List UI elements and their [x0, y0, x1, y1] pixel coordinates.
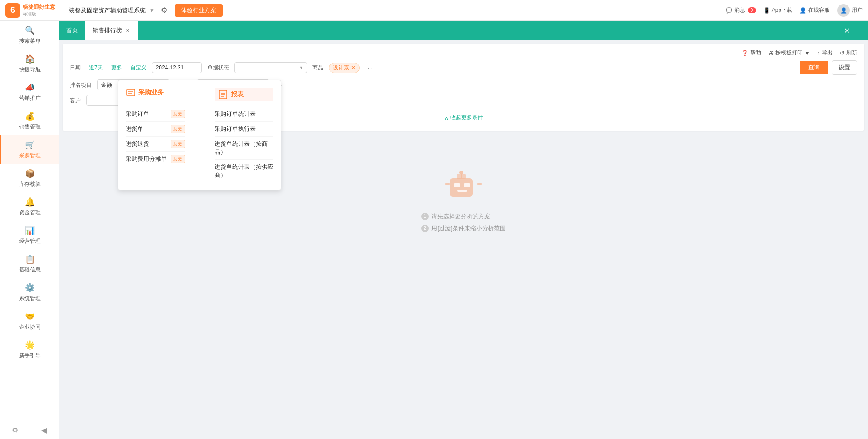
- filter-row-1: 日期 近7天 更多 自定义 单据状态: [70, 60, 857, 75]
- collapse-btn[interactable]: ∧ 收起更多条件: [444, 110, 483, 125]
- user-menu-btn[interactable]: 👤 用户: [837, 4, 863, 17]
- footer-settings-btn[interactable]: ⚙: [12, 426, 18, 434]
- svg-rect-3: [457, 190, 467, 192]
- operations-icon: 📊: [25, 226, 35, 236]
- purchase-report-title: 报表: [215, 88, 274, 101]
- svg-rect-1: [454, 183, 460, 187]
- sidebar-item-guide[interactable]: 🌟 新手引导: [0, 335, 59, 364]
- refresh-icon: ↺: [840, 50, 844, 56]
- avatar: 👤: [837, 4, 850, 17]
- date-quick-buttons: 近7天 更多 自定义: [86, 62, 149, 74]
- customer-label: 客户: [70, 97, 81, 104]
- enterprise-icon: 🤝: [25, 311, 35, 321]
- sidebar-item-finance[interactable]: 🔔 资金管理: [0, 192, 59, 221]
- tab-close-window-icon[interactable]: ✕: [844, 26, 850, 35]
- settings-icon[interactable]: ⚙: [161, 6, 167, 15]
- ranking-label: 排名项目: [70, 81, 92, 89]
- top-right-actions: 💬 消息 9 📱 App下载 👤 在线客服 👤 用户: [726, 4, 863, 17]
- refresh-btn[interactable]: ↺ 刷新: [840, 49, 857, 57]
- sidebar-item-inventory[interactable]: 📦 库存核算: [0, 164, 59, 192]
- svg-rect-5: [477, 183, 482, 185]
- svg-rect-2: [464, 183, 470, 187]
- date-end-input[interactable]: [152, 62, 202, 73]
- message-btn[interactable]: 💬 消息 9: [726, 6, 756, 14]
- print-icon: 🖨: [768, 50, 774, 56]
- export-icon: ↑: [817, 50, 820, 56]
- purchase-business-icon: [126, 88, 136, 98]
- svg-rect-0: [450, 178, 473, 197]
- product-more-dots[interactable]: ···: [365, 64, 373, 71]
- menu-item-incoming-stat-product[interactable]: 进货单统计表（按商品）: [215, 137, 274, 160]
- message-icon: 💬: [726, 7, 732, 14]
- menu-item-purchase-expense[interactable]: 采购费用分摊单 历史: [126, 152, 185, 166]
- industry-button[interactable]: 体验行业方案: [175, 4, 223, 17]
- sidebar-item-marketing[interactable]: 📣 营销推广: [0, 78, 59, 107]
- top-nav: 装餐及固定资产辅助管理系统 ▼ ⚙ 体验行业方案: [64, 4, 726, 17]
- message-badge: 9: [748, 7, 756, 13]
- empty-illustration: [441, 167, 486, 203]
- main-layout: 🔍 搜索菜单 🏠 快捷导航 📣 营销推广 💰 销售管理 🛒 采购管理 📦: [0, 21, 868, 439]
- search-icon: 🔍: [25, 25, 35, 35]
- tip-item-1: 1 请先选择要分析的方案: [421, 211, 505, 222]
- print-btn[interactable]: 🖨 按模板打印 ▼: [768, 49, 810, 57]
- headset-icon: 👤: [800, 7, 806, 14]
- inventory-icon: 📦: [25, 168, 35, 178]
- order-status-select-wrapper: [234, 62, 307, 73]
- tab-bar: 首页 销售排行榜 ✕ ✕ ⛶: [59, 21, 868, 40]
- svg-rect-4: [445, 183, 450, 185]
- filter-toolbar: ❓ 帮助 🖨 按模板打印 ▼ ↑ 导出: [70, 49, 857, 57]
- empty-tips: 1 请先选择要分析的方案 2 用[过滤]条件来缩小分析范围: [421, 211, 505, 234]
- date-more-btn[interactable]: 更多: [108, 62, 125, 74]
- tip-item-2: 2 用[过滤]条件来缩小分析范围: [421, 222, 505, 234]
- sidebar-item-purchase[interactable]: 🛒 采购管理: [0, 135, 59, 164]
- nav-dropdown-icon[interactable]: ▼: [149, 7, 155, 14]
- sidebar-item-search[interactable]: 🔍 搜索菜单: [0, 21, 59, 49]
- sidebar-item-operations[interactable]: 📊 经营管理: [0, 221, 59, 250]
- purchase-dropdown-menu: 采购业务 采购订单 历史 进货单 历史 进货退货 历史: [118, 80, 281, 190]
- date-7days-btn[interactable]: 近7天: [86, 62, 106, 74]
- menu-item-incoming-stat-supplier[interactable]: 进货单统计表（按供应商）: [215, 160, 274, 183]
- basic-info-icon: 📋: [25, 254, 35, 264]
- settings-button[interactable]: 设置: [832, 60, 857, 75]
- sidebar: 🔍 搜索菜单 🏠 快捷导航 📣 营销推广 💰 销售管理 🛒 采购管理 📦: [0, 21, 59, 439]
- menu-item-order-stat[interactable]: 采购订单统计表: [215, 107, 274, 122]
- footer-collapse-btn[interactable]: ◀: [41, 426, 47, 434]
- system-icon: ⚙️: [25, 283, 35, 293]
- online-service-btn[interactable]: 👤 在线客服: [800, 6, 830, 14]
- sidebar-item-enterprise[interactable]: 🤝 企业协同: [0, 307, 59, 335]
- menu-item-purchase-order[interactable]: 采购订单 历史: [126, 107, 185, 122]
- svg-rect-10: [219, 90, 227, 99]
- app-container: 6 畅捷通好生意 标准版 装餐及固定资产辅助管理系统 ▼ ⚙ 体验行业方案 💬 …: [0, 0, 868, 439]
- sidebar-item-system[interactable]: ⚙️ 系统管理: [0, 278, 59, 307]
- svg-point-8: [459, 171, 463, 174]
- tab-close-icon[interactable]: ✕: [125, 27, 131, 35]
- tab-right-buttons: ✕ ⛶: [844, 26, 868, 35]
- system-title: 装餐及固定资产辅助管理系统: [69, 6, 146, 15]
- date-label: 日期: [70, 64, 81, 72]
- sidebar-item-nav[interactable]: 🏠 快捷导航: [0, 49, 59, 78]
- logo-icon: 6: [5, 3, 20, 18]
- content-area: 首页 销售排行榜 ✕ ✕ ⛶: [59, 21, 868, 439]
- tab-maximize-icon[interactable]: ⛶: [855, 26, 863, 35]
- export-btn[interactable]: ↑ 导出: [817, 49, 833, 57]
- sidebar-item-basic-info[interactable]: 📋 基础信息: [0, 250, 59, 278]
- date-range: 近7天 更多 自定义: [86, 62, 202, 74]
- menu-item-order-exec[interactable]: 采购订单执行表: [215, 122, 274, 137]
- query-button[interactable]: 查询: [800, 61, 828, 74]
- tab-home[interactable]: 首页: [59, 21, 85, 40]
- phone-icon: 📱: [763, 7, 770, 14]
- purchase-icon: 🛒: [25, 140, 35, 150]
- sidebar-item-sales[interactable]: 💰 销售管理: [0, 107, 59, 135]
- print-dropdown-icon[interactable]: ▼: [805, 50, 810, 56]
- order-status-select[interactable]: [234, 62, 307, 73]
- menu-item-return-goods[interactable]: 进货退货 历史: [126, 137, 185, 152]
- menu-item-incoming[interactable]: 进货单 历史: [126, 122, 185, 137]
- finance-icon: 🔔: [25, 197, 35, 207]
- app-download-btn[interactable]: 📱 App下载: [763, 6, 792, 14]
- date-custom-btn[interactable]: 自定义: [127, 62, 149, 74]
- purchase-business-title: 采购业务: [126, 88, 185, 101]
- collapse-up-icon: ∧: [444, 115, 449, 121]
- help-btn[interactable]: ❓ 帮助: [741, 49, 761, 57]
- product-tag-close[interactable]: ✕: [351, 64, 356, 71]
- tab-sales-ranking[interactable]: 销售排行榜 ✕: [85, 21, 138, 40]
